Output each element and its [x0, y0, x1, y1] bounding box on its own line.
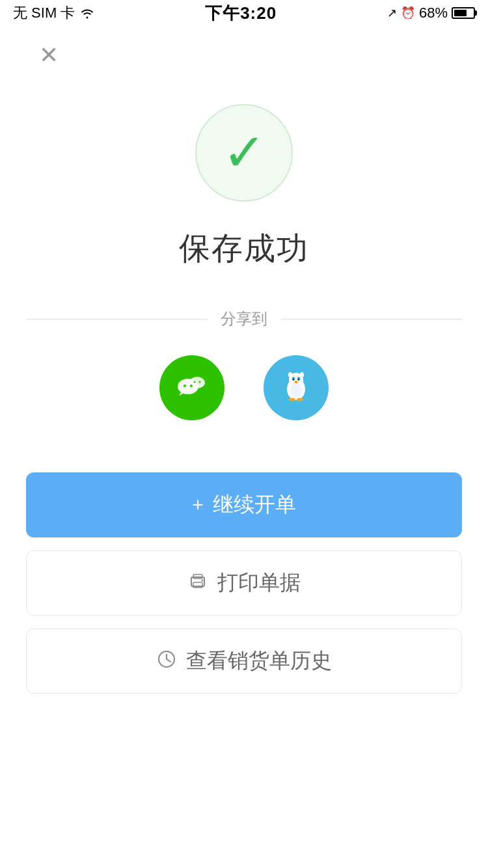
qq-icon	[277, 368, 316, 407]
svg-point-14	[289, 398, 295, 401]
close-icon: ✕	[39, 44, 59, 67]
share-label: 分享到	[221, 308, 267, 329]
no-sim-text: 无 SIM 卡	[13, 3, 75, 23]
svg-point-2	[183, 385, 186, 387]
wechat-icon	[172, 368, 211, 407]
divider-line-left	[26, 319, 208, 319]
svg-point-3	[190, 385, 193, 387]
svg-point-12	[294, 381, 298, 383]
battery-icon	[452, 7, 475, 19]
continue-label: 继续开单	[213, 491, 296, 519]
success-title: 保存成功	[179, 228, 309, 269]
svg-point-13	[290, 383, 302, 398]
alarm-icon: ⏰	[401, 6, 415, 20]
svg-line-24	[167, 659, 170, 662]
history-button[interactable]: 查看销货单历史	[26, 629, 462, 694]
history-label: 查看销货单历史	[186, 647, 332, 675]
print-button[interactable]: 打印单据	[26, 550, 462, 616]
svg-point-10	[293, 379, 294, 380]
share-divider: 分享到	[26, 308, 462, 329]
status-time: 下午3:20	[205, 2, 277, 25]
checkmark-icon: ✓	[223, 127, 266, 179]
success-circle: ✓	[195, 104, 293, 202]
share-icons-container	[159, 355, 329, 420]
actions-section: + 继续开单 打印单据 查看销货单历史	[26, 472, 462, 694]
svg-point-21	[202, 579, 204, 581]
continue-button[interactable]: + 继续开单	[26, 472, 462, 537]
svg-point-15	[297, 398, 303, 401]
status-bar: 无 SIM 卡 下午3:20 ↗ ⏰ 68%	[0, 0, 488, 26]
clock-icon	[156, 649, 177, 674]
svg-point-5	[199, 381, 201, 383]
status-right: ↗ ⏰ 68%	[387, 5, 475, 21]
battery-percent: 68%	[419, 5, 448, 21]
status-left: 无 SIM 卡	[13, 3, 94, 23]
divider-line-right	[280, 319, 462, 319]
svg-point-17	[300, 372, 304, 377]
main-content: ✕ ✓ 保存成功 分享到	[0, 26, 488, 868]
svg-point-4	[194, 381, 196, 383]
qq-share-button[interactable]	[264, 355, 329, 420]
location-icon: ↗	[387, 6, 397, 20]
plus-icon: +	[192, 494, 204, 516]
print-label: 打印单据	[217, 569, 301, 597]
close-button[interactable]: ✕	[33, 39, 65, 72]
svg-point-11	[298, 379, 299, 380]
wifi-icon	[80, 7, 94, 19]
wechat-share-button[interactable]	[159, 355, 224, 420]
svg-point-16	[288, 372, 292, 377]
printer-icon	[187, 571, 208, 596]
